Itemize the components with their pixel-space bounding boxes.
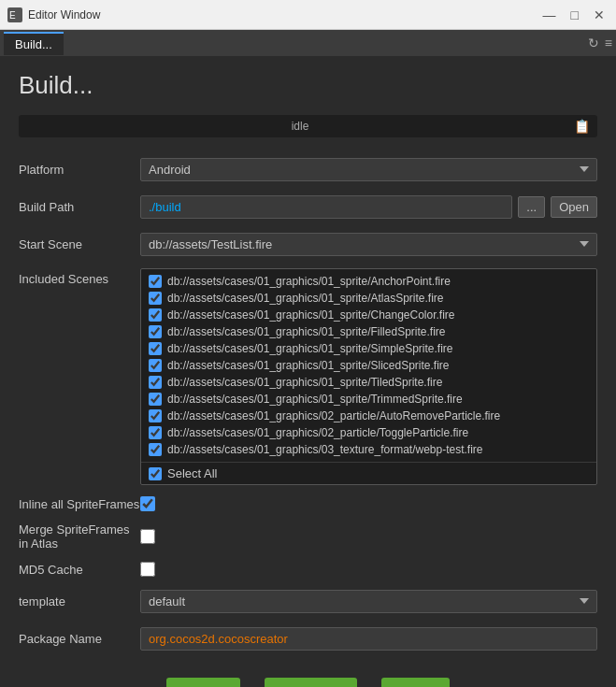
play-button[interactable]: Play [381, 678, 450, 687]
scene-checkbox[interactable] [149, 426, 162, 439]
minimize-button[interactable]: — [539, 7, 560, 22]
scene-path: db://assets/cases/01_graphics/01_sprite/… [167, 359, 450, 372]
package-name-label: Package Name [19, 632, 140, 646]
start-scene-control: db://assets/TestList.fire [140, 233, 597, 256]
merge-spriteframes-label: Merge SpriteFrames in Atlas [19, 522, 140, 551]
scene-checkbox[interactable] [149, 342, 162, 355]
start-scene-select[interactable]: db://assets/TestList.fire [140, 233, 597, 256]
menu-button[interactable]: ≡ [605, 36, 612, 50]
list-item: db://assets/cases/01_graphics/02_particl… [141, 424, 596, 441]
list-item: db://assets/cases/01_graphics/01_sprite/… [141, 290, 596, 307]
arrow-icon-1: → [244, 683, 261, 688]
tab-bar: Build... ↻ ≡ [0, 30, 616, 56]
main-content: Build... idle 📋 Platform Android iOS Web… [0, 56, 616, 687]
scenes-footer: Select All [141, 462, 596, 484]
inline-spriteframes-checkbox[interactable] [140, 496, 155, 511]
scene-checkbox[interactable] [149, 292, 162, 305]
scene-path: db://assets/cases/01_graphics/01_sprite/… [167, 376, 442, 389]
scene-checkbox[interactable] [149, 308, 162, 322]
tab-bar-actions: ↻ ≡ [588, 36, 612, 50]
inline-spriteframes-label: Inline all SpriteFrames [19, 497, 140, 511]
scene-path: db://assets/cases/01_graphics/01_sprite/… [167, 325, 446, 338]
included-scenes-label: Included Scenes [19, 268, 140, 286]
scene-path: db://assets/cases/01_graphics/01_sprite/… [167, 393, 463, 406]
included-scenes-row: Included Scenes db://assets/cases/01_gra… [19, 268, 597, 485]
start-scene-row: Start Scene db://assets/TestList.fire [19, 231, 597, 257]
page-title: Build... [19, 71, 597, 100]
list-item: db://assets/cases/01_graphics/01_sprite/… [141, 273, 596, 290]
scenes-box: db://assets/cases/01_graphics/01_sprite/… [140, 268, 597, 485]
build-path-input[interactable] [140, 195, 512, 219]
arrow-icon-2: → [361, 683, 378, 688]
select-all-label: Select All [167, 466, 217, 480]
build-path-row: Build Path ... Open [19, 193, 597, 220]
build-path-dots-button[interactable]: ... [518, 196, 545, 218]
progress-bar: idle 📋 [19, 115, 597, 137]
merge-spriteframes-checkbox[interactable] [140, 529, 155, 544]
package-name-row: Package Name [19, 625, 597, 651]
build-path-open-button[interactable]: Open [551, 196, 597, 218]
progress-icon[interactable]: 📋 [574, 119, 590, 134]
build-button[interactable]: Build [166, 678, 240, 687]
template-row: template default link wkwebview [19, 588, 597, 614]
md5-cache-row: MD5 Cache [19, 562, 597, 577]
list-item: db://assets/cases/01_graphics/01_sprite/… [141, 340, 596, 357]
scene-path: db://assets/cases/01_graphics/01_sprite/… [167, 275, 451, 288]
progress-status: idle [26, 120, 574, 133]
start-scene-label: Start Scene [19, 237, 140, 251]
maximize-button[interactable]: □ [567, 7, 582, 22]
platform-row: Platform Android iOS Web Mobile Web Desk… [19, 156, 597, 182]
scenes-list: db://assets/cases/01_graphics/01_sprite/… [141, 269, 596, 462]
scene-path: db://assets/cases/01_graphics/02_particl… [167, 426, 468, 439]
platform-control: Android iOS Web Mobile Web Desktop Windo… [140, 158, 597, 181]
platform-select[interactable]: Android iOS Web Mobile Web Desktop Windo… [140, 158, 597, 181]
list-item: db://assets/cases/01_graphics/02_particl… [141, 408, 596, 424]
scene-path: db://assets/cases/01_graphics/02_particl… [167, 409, 500, 422]
scene-checkbox[interactable] [149, 443, 162, 456]
md5-cache-label: MD5 Cache [19, 563, 140, 577]
list-item: db://assets/cases/01_graphics/01_sprite/… [141, 307, 596, 323]
template-label: template [19, 594, 140, 608]
list-item: db://assets/cases/01_graphics/01_sprite/… [141, 391, 596, 408]
compile-button[interactable]: Compile [265, 678, 357, 687]
list-item: db://assets/cases/01_graphics/01_sprite/… [141, 374, 596, 391]
refresh-button[interactable]: ↻ [588, 36, 599, 50]
build-path-label: Build Path [19, 200, 140, 214]
scene-path: db://assets/cases/01_graphics/01_sprite/… [167, 342, 453, 355]
close-button[interactable]: ✕ [590, 7, 609, 22]
scene-checkbox[interactable] [149, 359, 162, 372]
scene-checkbox[interactable] [149, 393, 162, 406]
scene-path: db://assets/cases/01_graphics/01_sprite/… [167, 292, 444, 305]
scene-path: db://assets/cases/01_graphics/01_sprite/… [167, 308, 455, 322]
scene-checkbox[interactable] [149, 376, 162, 389]
inline-spriteframes-row: Inline all SpriteFrames [19, 496, 597, 511]
scene-checkbox[interactable] [149, 275, 162, 288]
action-bar: Build → Compile → Play [19, 663, 597, 687]
scene-checkbox[interactable] [149, 325, 162, 338]
scene-checkbox[interactable] [149, 409, 162, 422]
scene-path: db://assets/cases/01_graphics/03_texture… [167, 443, 483, 456]
list-item: db://assets/cases/01_graphics/01_sprite/… [141, 323, 596, 340]
tab-build-label: Build... [15, 37, 52, 51]
list-item: db://assets/cases/01_graphics/03_texture… [141, 441, 596, 458]
editor-icon: E [7, 7, 22, 22]
select-all-checkbox[interactable] [149, 467, 162, 480]
build-path-control: ... Open [140, 195, 597, 219]
tab-build[interactable]: Build... [4, 32, 64, 55]
window-controls: — □ ✕ [539, 7, 609, 22]
package-name-input[interactable] [140, 627, 597, 651]
title-bar: E Editor Window — □ ✕ [0, 0, 616, 30]
md5-cache-checkbox[interactable] [140, 562, 155, 577]
template-control: default link wkwebview [140, 590, 597, 613]
merge-spriteframes-row: Merge SpriteFrames in Atlas [19, 522, 597, 551]
platform-label: Platform [19, 163, 140, 177]
list-item: db://assets/cases/01_graphics/01_sprite/… [141, 357, 596, 374]
svg-text:E: E [9, 10, 16, 21]
template-select[interactable]: default link wkwebview [140, 590, 597, 613]
window-title: Editor Window [28, 8, 539, 21]
package-name-control [140, 627, 597, 651]
